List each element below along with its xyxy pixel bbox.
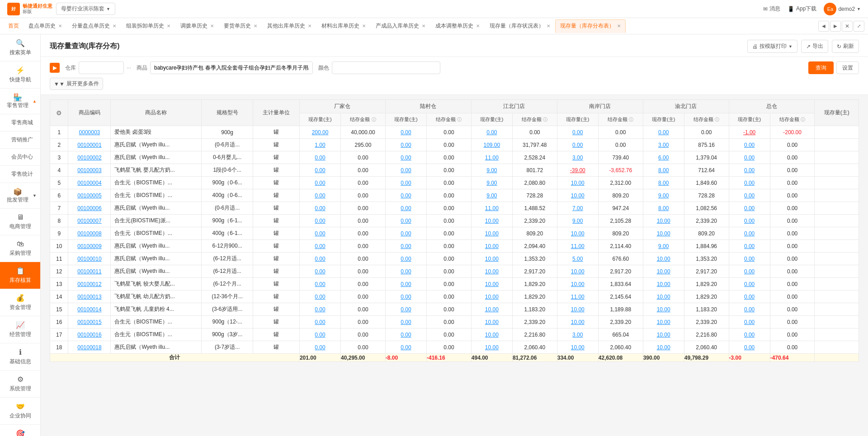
td-na-qty[interactable]: 3.00 xyxy=(557,328,598,341)
td-total-qty[interactable]: 0.00 xyxy=(729,177,770,189)
td-jb-qty[interactable]: 10.00 xyxy=(471,265,512,278)
warehouse-input[interactable] xyxy=(79,61,124,74)
td-total-qty[interactable]: 0.00 xyxy=(729,240,770,253)
td-jb-qty[interactable]: 10.00 xyxy=(471,316,512,328)
td-jb-qty[interactable]: 9.00 xyxy=(471,189,512,202)
td-jb-qty[interactable]: 10.00 xyxy=(471,227,512,240)
td-yb-qty[interactable]: 10.00 xyxy=(643,227,684,240)
info-icon[interactable]: ⓘ xyxy=(543,117,547,122)
close-icon[interactable]: ✕ xyxy=(476,23,480,28)
settings-button[interactable]: 设置 xyxy=(836,61,859,74)
td-na-qty[interactable]: 10.00 xyxy=(557,265,598,278)
td-fac-qty[interactable]: 0.00 xyxy=(299,240,340,253)
td-total-qty[interactable]: 0.00 xyxy=(729,215,770,227)
tab-split-check[interactable]: 分量盘点单历史 ✕ xyxy=(67,19,121,33)
td-jb-qty[interactable]: 109.00 xyxy=(471,139,512,151)
td-yb-qty[interactable]: 10.00 xyxy=(643,253,684,265)
td-lc-qty[interactable]: 0.00 xyxy=(385,328,426,341)
td-na-qty[interactable]: 10.00 xyxy=(557,227,598,240)
td-code[interactable]: 0000003 xyxy=(68,126,111,139)
td-code[interactable]: 00100012 xyxy=(68,278,111,291)
td-yb-qty[interactable]: 3.00 xyxy=(643,139,684,151)
td-total-qty[interactable]: 0.00 xyxy=(729,151,770,164)
info-icon[interactable]: ⓘ xyxy=(629,117,633,122)
td-total-qty[interactable]: 0.00 xyxy=(729,164,770,177)
td-jb-qty[interactable]: 10.00 xyxy=(471,215,512,227)
close-icon[interactable]: ✕ xyxy=(617,23,621,28)
td-code[interactable]: 00100009 xyxy=(68,240,111,253)
td-total-qty[interactable]: 0.00 xyxy=(729,278,770,291)
tab-stock-status[interactable]: 现存量（库存状况表）✕ xyxy=(485,19,555,33)
user-profile-btn[interactable]: Ea demo2 ▼ xyxy=(824,3,861,15)
td-code[interactable]: 00100018 xyxy=(68,341,111,354)
td-lc-qty[interactable]: 0.00 xyxy=(385,253,426,265)
td-total-qty[interactable]: 0.00 xyxy=(729,316,770,328)
td-code[interactable]: 00100016 xyxy=(68,328,111,341)
color-input[interactable] xyxy=(332,61,440,74)
td-code[interactable]: 00100006 xyxy=(68,202,111,215)
nav-prev-btn[interactable]: ◀ xyxy=(818,21,829,32)
td-yb-qty[interactable]: 9.00 xyxy=(643,189,684,202)
close-icon[interactable]: ✕ xyxy=(547,23,550,28)
td-lc-qty[interactable]: 0.00 xyxy=(385,177,426,189)
sidebar-item-base[interactable]: ℹ 基础信息 xyxy=(0,343,40,370)
td-na-qty[interactable]: 10.00 xyxy=(557,303,598,316)
info-icon[interactable]: ⓘ xyxy=(457,117,462,122)
tab-inventory-check[interactable]: 盘点单历史 ✕ xyxy=(24,19,67,33)
td-fac-qty[interactable]: 0.00 xyxy=(299,189,340,202)
td-total-qty[interactable]: 0.00 xyxy=(729,328,770,341)
close-icon[interactable]: ✕ xyxy=(254,23,257,28)
close-icon[interactable]: ✕ xyxy=(58,23,62,28)
td-lc-qty[interactable]: 0.00 xyxy=(385,189,426,202)
td-lc-qty[interactable]: 0.00 xyxy=(385,240,426,253)
sidebar-item-mall[interactable]: 零售商城 xyxy=(0,114,40,131)
tab-transfer[interactable]: 调拨单历史 ✕ xyxy=(175,19,219,33)
td-fac-qty[interactable]: 0.00 xyxy=(299,278,340,291)
td-na-qty[interactable]: 10.00 xyxy=(557,177,598,189)
td-na-qty[interactable]: 10.00 xyxy=(557,316,598,328)
td-na-qty[interactable]: 9.00 xyxy=(557,215,598,227)
td-fac-qty[interactable]: 0.00 xyxy=(299,151,340,164)
td-total-qty[interactable]: 0.00 xyxy=(729,341,770,354)
td-na-qty[interactable]: 11.00 xyxy=(557,240,598,253)
td-total-qty[interactable]: 0.00 xyxy=(729,303,770,316)
td-fac-qty[interactable]: 1.00 xyxy=(299,139,340,151)
td-na-qty[interactable]: 5.00 xyxy=(557,253,598,265)
refresh-btn[interactable]: ↻ 刷新 xyxy=(832,40,859,53)
export-btn[interactable]: ↗ 导出 xyxy=(801,40,828,53)
td-yb-qty[interactable]: 9.00 xyxy=(643,240,684,253)
tab-outbound[interactable]: 其他出库单历史 ✕ xyxy=(262,19,316,33)
td-code[interactable]: 00100004 xyxy=(68,177,111,189)
sidebar-item-marketing[interactable]: 营销推广 xyxy=(0,131,40,149)
td-fac-qty[interactable]: 0.00 xyxy=(299,341,340,354)
td-lc-qty[interactable]: 0.00 xyxy=(385,151,426,164)
td-jb-qty[interactable]: 10.00 xyxy=(471,240,512,253)
td-yb-qty[interactable]: 10.00 xyxy=(643,278,684,291)
sidebar-item-collab[interactable]: 🤝 企业协同 xyxy=(0,398,40,425)
td-na-qty[interactable]: 0.00 xyxy=(557,139,598,151)
goods-input[interactable] xyxy=(150,61,313,74)
td-yb-qty[interactable]: 10.00 xyxy=(643,215,684,227)
td-jb-qty[interactable]: 10.00 xyxy=(471,278,512,291)
store-selector[interactable]: 母婴行业演示陈套 ▼ xyxy=(56,3,115,15)
td-code[interactable]: 00100007 xyxy=(68,215,111,227)
expand-more-btn[interactable]: ▼▼ 展开更多条件 xyxy=(50,78,103,90)
td-jb-qty[interactable]: 10.00 xyxy=(471,341,512,354)
tab-product-in[interactable]: 产成品入库单历史 ✕ xyxy=(371,19,430,33)
th-settings[interactable]: ⚙ xyxy=(50,100,68,126)
td-code[interactable]: 00100014 xyxy=(68,303,111,316)
close-icon[interactable]: ✕ xyxy=(422,23,425,28)
sidebar-item-retail-stats[interactable]: 零售统计 xyxy=(0,166,40,183)
td-jb-qty[interactable]: 9.00 xyxy=(471,164,512,177)
sidebar-item-purchase[interactable]: 🛍 采购管理 xyxy=(0,235,40,262)
td-code[interactable]: 00100001 xyxy=(68,139,111,151)
td-na-qty[interactable]: 11.00 xyxy=(557,291,598,303)
td-lc-qty[interactable]: 0.00 xyxy=(385,202,426,215)
close-icon[interactable]: ✕ xyxy=(362,23,366,28)
td-yb-qty[interactable]: 10.00 xyxy=(643,316,684,328)
app-download-btn[interactable]: 📱 App下载 xyxy=(788,5,816,13)
sidebar-item-member[interactable]: 会员中心 xyxy=(0,149,40,166)
td-code[interactable]: 00100008 xyxy=(68,227,111,240)
td-lc-qty[interactable]: 0.00 xyxy=(385,303,426,316)
td-fac-qty[interactable]: 0.00 xyxy=(299,177,340,189)
